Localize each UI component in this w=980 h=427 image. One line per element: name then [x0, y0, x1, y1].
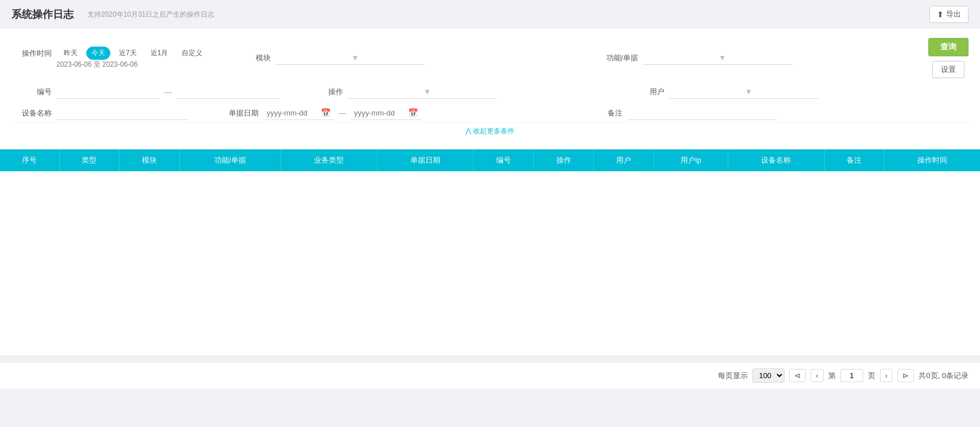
col-remark: 备注 — [824, 149, 884, 171]
no-dash: — — [164, 88, 172, 97]
calendar-start-icon[interactable]: 📅 — [321, 108, 330, 117]
time-shortcuts: 昨天 今天 近7天 近1月 自定义 — [59, 47, 207, 60]
query-button[interactable]: 查询 — [928, 38, 969, 56]
col-user-ip: 用户ip — [654, 149, 728, 171]
action-buttons: 查询 设置 — [928, 38, 969, 78]
table-header-row: 序号 类型 模块 功能/单据 业务类型 单据日期 编号 操作 用户 用户ip 设… — [0, 149, 980, 171]
date-start-input-wrap: 📅 — [263, 106, 334, 120]
function-filter-group: 功能/单据 ▼ — [586, 51, 919, 65]
function-select[interactable]: ▼ — [643, 51, 792, 65]
module-arrow-icon: ▼ — [351, 53, 421, 62]
time-label: 操作时间 — [11, 48, 52, 59]
col-function: 功能/单据 — [179, 149, 280, 171]
user-select[interactable]: ▼ — [669, 85, 818, 99]
page-label-post: 页 — [868, 371, 875, 381]
module-filter-group: 模块 ▼ — [230, 51, 563, 65]
voucher-date-label: 单据日期 — [218, 108, 259, 118]
user-label: 用户 — [613, 87, 664, 97]
page-header: 系统操作日志 支持2020年10月31日之后产生的操作日志 ⬆ 导出 — [0, 0, 980, 29]
remark-input[interactable] — [627, 106, 777, 120]
device-label: 设备名称 — [11, 108, 52, 118]
time-btn-1month[interactable]: 近1月 — [145, 47, 174, 60]
col-op-time: 操作时间 — [884, 149, 980, 171]
pagination-summary: 共0页, 0条记录 — [918, 371, 969, 381]
export-icon: ⬆ — [937, 10, 944, 19]
user-arrow-icon: ▼ — [745, 87, 815, 96]
col-user: 用户 — [594, 149, 654, 171]
page-subtitle: 支持2020年10月31日之后产生的操作日志 — [87, 10, 214, 20]
time-filter-group: 操作时间 昨天 今天 近7天 近1月 自定义 2023-06-06 至 2023… — [11, 47, 207, 70]
filter-row-1: 操作时间 昨天 今天 近7天 近1月 自定义 2023-06-06 至 2023… — [11, 38, 969, 78]
module-label: 模块 — [230, 53, 271, 63]
per-page-label: 每页显示 — [718, 371, 748, 381]
no-input-start[interactable] — [56, 85, 160, 99]
col-biz-type: 业务类型 — [281, 149, 378, 171]
next-page-btn[interactable]: › — [880, 369, 893, 382]
device-filter-group: 设备名称 — [11, 106, 195, 120]
calendar-end-icon[interactable]: 📅 — [408, 108, 418, 117]
date-end-input-wrap: 📅 — [351, 106, 421, 120]
prev-page-btn[interactable]: ‹ — [810, 369, 823, 382]
operation-arrow-icon: ▼ — [424, 87, 494, 96]
data-table: 序号 类型 模块 功能/单据 业务类型 单据日期 编号 操作 用户 用户ip 设… — [0, 149, 980, 171]
device-input[interactable] — [56, 106, 189, 120]
time-btn-custom[interactable]: 自定义 — [176, 47, 207, 60]
date-dash: — — [339, 109, 346, 117]
col-voucher-date: 单据日期 — [377, 149, 474, 171]
page-label-pre: 第 — [828, 371, 836, 381]
no-filter-group: 编号 — — [11, 85, 280, 99]
col-index: 序号 — [0, 149, 59, 171]
filter-row-2: 编号 — 操作 ▼ 用户 ▼ — [11, 85, 969, 99]
remark-filter-group: 备注 — [571, 106, 900, 120]
user-filter-group: 用户 ▼ — [613, 85, 900, 99]
date-range-display: 2023-06-06 至 2023-06-06 — [56, 60, 137, 68]
date-end-input[interactable] — [354, 109, 406, 117]
time-btn-today[interactable]: 今天 — [86, 47, 110, 60]
col-type: 类型 — [59, 149, 119, 171]
time-btn-7days[interactable]: 近7天 — [114, 47, 142, 60]
no-input-end[interactable] — [176, 85, 280, 99]
collapse-icon: ⋀ — [466, 127, 473, 135]
per-page-select[interactable]: 100 50 200 — [752, 368, 785, 383]
col-module: 模块 — [120, 149, 179, 171]
export-button[interactable]: ⬆ 导出 — [929, 6, 969, 23]
export-label: 导出 — [946, 9, 961, 20]
module-select[interactable]: ▼ — [275, 51, 425, 65]
no-label: 编号 — [11, 87, 52, 97]
operation-label: 操作 — [303, 87, 343, 97]
voucher-date-filter-group: 单据日期 📅 — 📅 — [218, 106, 548, 120]
col-no: 编号 — [474, 149, 533, 171]
filter-panel: 操作时间 昨天 今天 近7天 近1月 自定义 2023-06-06 至 2023… — [0, 29, 980, 149]
horizontal-scrollbar[interactable] — [0, 355, 980, 362]
page-title: 系统操作日志 — [11, 7, 74, 21]
col-operation: 操作 — [533, 149, 593, 171]
collapse-bar[interactable]: ⋀ 收起更多条件 — [11, 122, 969, 140]
operation-filter-group: 操作 ▼ — [303, 85, 590, 99]
page-number-input[interactable] — [840, 369, 863, 382]
pagination-bar: 每页显示 100 50 200 ⊲ ‹ 第 页 › ⊳ 共0页, 0条记录 — [0, 362, 980, 388]
date-start-input[interactable] — [267, 109, 318, 117]
function-label: 功能/单据 — [586, 53, 638, 63]
first-page-btn[interactable]: ⊲ — [789, 369, 806, 382]
remark-label: 备注 — [571, 108, 622, 118]
operation-select[interactable]: ▼ — [348, 85, 497, 99]
function-arrow-icon: ▼ — [718, 53, 789, 62]
time-btn-yesterday[interactable]: 昨天 — [59, 47, 83, 60]
filter-row-3: 设备名称 单据日期 📅 — 📅 备注 — [11, 106, 969, 120]
last-page-btn[interactable]: ⊳ — [897, 369, 914, 382]
collapse-label: 收起更多条件 — [473, 127, 514, 135]
settings-button[interactable]: 设置 — [932, 61, 964, 78]
data-table-wrap: 序号 类型 模块 功能/单据 业务类型 单据日期 编号 操作 用户 用户ip 设… — [0, 149, 980, 355]
empty-area — [0, 171, 980, 355]
col-device: 设备名称 — [728, 149, 824, 171]
